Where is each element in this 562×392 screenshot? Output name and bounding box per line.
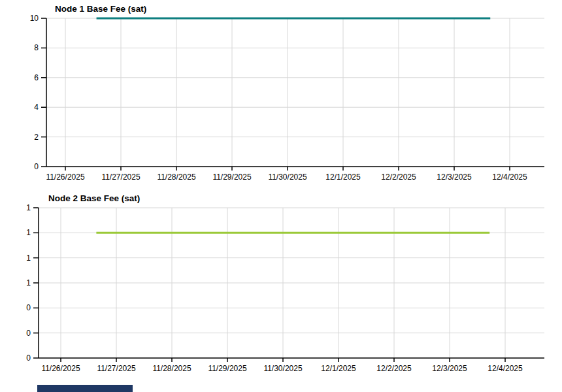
y-tick-label: 2 [34,133,39,142]
node2-chart: 111100011/26/202511/27/202511/28/202511/… [26,203,544,373]
x-tick-label: 11/28/2025 [152,364,191,373]
y-tick-label: 8 [34,43,39,52]
y-tick-label: 0 [26,329,31,338]
y-tick-label: 4 [34,103,39,112]
x-tick-label: 12/2/2025 [376,364,412,373]
x-tick-label: 12/1/2025 [321,364,356,373]
y-tick-label: 6 [34,73,39,82]
x-tick-label: 12/4/2025 [488,364,523,373]
x-tick-label: 12/3/2025 [432,364,467,373]
x-tick-label: 11/29/2025 [212,172,251,182]
x-tick-label: 11/30/2025 [263,364,302,373]
x-tick-label: 12/1/2025 [325,172,361,182]
y-tick-label: 1 [26,253,31,263]
charts-canvas: 108642011/26/202511/27/202511/28/202511/… [0,0,562,392]
x-tick-label: 12/3/2025 [437,172,472,182]
charts-page: Node 1 Base Fee (sat) Node 2 Base Fee (s… [0,0,562,392]
y-tick-label: 0 [34,162,39,171]
x-tick-label: 11/27/2025 [97,364,135,373]
y-tick-label: 1 [26,203,31,212]
y-tick-label: 0 [26,303,31,312]
x-tick-label: 11/30/2025 [268,172,306,182]
x-tick-label: 11/29/2025 [208,364,246,373]
y-tick-label: 10 [30,14,39,23]
x-tick-label: 11/26/2025 [46,172,84,182]
y-tick-label: 0 [26,353,31,363]
x-tick-label: 11/27/2025 [101,172,140,182]
bottom-partial-bar [37,385,133,392]
x-tick-label: 12/4/2025 [492,172,527,182]
y-tick-label: 1 [26,228,31,237]
x-tick-label: 11/26/2025 [41,364,80,373]
node1-chart: 108642011/26/202511/27/202511/28/202511/… [30,14,544,182]
x-tick-label: 11/28/2025 [157,172,195,182]
x-tick-label: 12/2/2025 [381,172,416,182]
y-tick-label: 1 [26,278,31,287]
